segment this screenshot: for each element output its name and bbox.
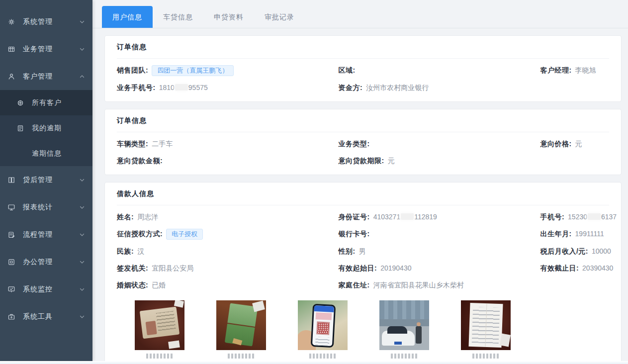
field-label: 意向贷款金额: (117, 157, 163, 165)
paper-slip (252, 301, 265, 312)
field (540, 83, 609, 93)
submenu-item-2-2[interactable]: 逾期信息 (0, 141, 92, 166)
field: 性别:男 (339, 246, 540, 257)
photo-green-booklet[interactable] (216, 300, 266, 350)
field-label: 性别: (339, 247, 356, 255)
photo-green-booklet-wrap (216, 300, 266, 359)
tab-1[interactable]: 车贷信息 (153, 6, 203, 28)
field-value: 汝州市农村商业银行 (366, 84, 429, 91)
book-icon (7, 176, 17, 184)
field: 征信授权方式:电子授权 (117, 229, 339, 240)
sidebar-item-3[interactable]: 贷后管理 (0, 166, 92, 193)
tag-value[interactable]: 电子授权 (166, 229, 203, 240)
chevron-down-icon (78, 285, 86, 293)
user-icon (7, 73, 17, 81)
horizontal-scrollbar[interactable] (0, 361, 628, 364)
sidebar-item-5[interactable]: 流程管理 (0, 221, 92, 248)
field-value: 元 (388, 157, 395, 165)
booklet-shape (225, 303, 258, 348)
field-value: 20390430 (582, 264, 613, 272)
field: 区域: (339, 65, 540, 76)
photo-phone-qr[interactable] (298, 300, 348, 350)
field-label: 姓名: (117, 213, 134, 221)
gear-icon (7, 18, 17, 26)
monitor-icon (7, 203, 17, 211)
field (540, 280, 609, 290)
field-row: 意向贷款金额:意向贷款期限:元 (117, 156, 609, 166)
field-row: 车辆类型:二手车业务类型:意向价格:元 (117, 139, 609, 149)
tag-value[interactable]: 四团一营（直属王鹏飞） (152, 65, 234, 76)
sidebar-item-2[interactable]: 客户管理 (0, 63, 92, 90)
censored-patch (401, 213, 414, 220)
chevron-down-icon (78, 176, 86, 184)
field: 客户经理:李晓旭 (540, 65, 609, 76)
sidebar-item-8[interactable]: 系统工具 (0, 303, 92, 330)
submenu-item-2-1[interactable]: 我的逾期 (0, 115, 92, 141)
field: 签发机关:宜阳县公安局 (117, 263, 339, 273)
chevron-down-icon (78, 18, 86, 26)
card-title: 借款人信息 (117, 189, 609, 205)
tab-2[interactable]: 申贷资料 (203, 6, 254, 28)
field: 销售团队:四团一营（直属王鹏飞） (117, 65, 339, 76)
phone-shape (311, 304, 336, 348)
submenu-item-label: 逾期信息 (32, 149, 62, 158)
sidebar-item-label: 系统工具 (23, 312, 53, 321)
background-shape (379, 300, 429, 319)
field-value: 宜阳县公安局 (152, 264, 193, 272)
field-value: 20190430 (380, 264, 411, 272)
field: 家庭住址:河南省宜阳县花果山乡木柴村 (339, 280, 540, 290)
card-title: 订单信息 (117, 116, 609, 132)
sidebar: 系统管理业务管理客户管理所有客户我的逾期逾期信息贷后管理报表统计流程管理办公管理… (0, 0, 92, 361)
field-row: 签发机关:宜阳县公安局有效起始日:20190430有效截止日:20390430 (117, 263, 609, 273)
sidebar-item-label: 业务管理 (23, 45, 53, 54)
field: 意向价格:元 (540, 139, 609, 149)
photo-id-card-wrap (135, 300, 184, 359)
photo-id-card[interactable] (135, 300, 184, 350)
info-card-2: 借款人信息姓名:周志洋身份证号:4103271112819手机号:1523061… (104, 182, 622, 361)
qr-code (316, 321, 330, 335)
field: 民族:汉 (117, 246, 339, 257)
field-label: 有效起始日: (339, 264, 377, 272)
paper-shape (468, 303, 503, 348)
photo-handwritten-note[interactable] (461, 300, 511, 350)
field: 银行卡号: (339, 229, 540, 240)
field-label: 车辆类型: (117, 140, 148, 148)
toolbox-icon (7, 313, 17, 321)
field-value: 4103271112819 (373, 213, 437, 221)
submenu: 所有客户我的逾期逾期信息 (0, 90, 92, 166)
tab-3[interactable]: 审批记录 (254, 6, 305, 28)
field: 姓名:周志洋 (117, 212, 339, 222)
field-row: 婚姻状态:已婚家庭住址:河南省宜阳县花果山乡木柴村 (117, 280, 609, 290)
field: 税后月收入/元:10000 (540, 246, 609, 257)
chevron-down-icon (78, 258, 86, 266)
field-value: 汉 (137, 247, 144, 255)
field-value: 181095575 (159, 84, 208, 91)
grid-icon (7, 45, 17, 53)
field-value: 李晓旭 (575, 66, 596, 74)
field: 有效截止日:20390430 (540, 263, 609, 273)
sidebar-item-1[interactable]: 业务管理 (0, 35, 92, 63)
field-label: 税后月收入/元: (540, 247, 588, 255)
field-label: 家庭住址: (339, 281, 370, 289)
field: 意向贷款期限:元 (339, 156, 540, 166)
blank-icon (16, 150, 26, 158)
field-label: 出生年月: (540, 230, 571, 238)
submenu-item-2-0[interactable]: 所有客户 (0, 90, 92, 115)
sidebar-item-4[interactable]: 报表统计 (0, 193, 92, 221)
field: 出生年月:19911111 (540, 229, 609, 240)
tab-0[interactable]: 用户信息 (102, 6, 153, 28)
sidebar-item-7[interactable]: 系统监控 (0, 275, 92, 303)
field: 手机号:152306137 (540, 212, 609, 222)
field: 车辆类型:二手车 (117, 139, 339, 149)
photo-person-with-car[interactable] (379, 300, 429, 350)
clipboard-pen-icon (7, 231, 17, 239)
field-row: 征信授权方式:电子授权银行卡号:出生年月:19911111 (117, 229, 609, 240)
sidebar-item-0[interactable]: 系统管理 (0, 8, 92, 35)
field-value: 152306137 (568, 213, 617, 221)
field-label: 手机号: (540, 213, 564, 221)
photo-caption-clipped (472, 354, 499, 359)
field: 资金方:汝州市农村商业银行 (339, 83, 540, 93)
field-label: 业务手机号: (117, 84, 156, 91)
field-label: 客户经理: (540, 66, 571, 74)
sidebar-item-6[interactable]: 办公管理 (0, 248, 92, 275)
